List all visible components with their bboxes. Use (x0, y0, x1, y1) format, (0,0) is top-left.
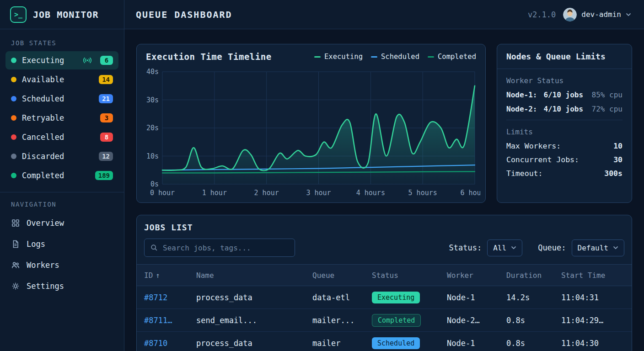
column-header-worker[interactable]: Worker (447, 271, 506, 280)
search-icon (150, 244, 158, 252)
limit-value: 300s (604, 169, 623, 178)
main-content: Execution Time Timeline Executing Schedu… (124, 29, 644, 351)
legend-swatch (428, 56, 434, 58)
limits-header: Limits (506, 128, 623, 136)
column-header-name[interactable]: Name (196, 271, 312, 280)
state-count-badge: 6 (100, 56, 113, 65)
state-dot (11, 154, 16, 159)
sidebar-item-executing[interactable]: Executing 6 (5, 51, 118, 69)
job-queue: mailer (312, 339, 372, 348)
limit-row: Max Workers: 10 (506, 142, 623, 150)
state-dot (11, 115, 16, 121)
nodes-card-header: Nodes & Queue Limits (497, 44, 632, 69)
job-name: send_email... (196, 316, 312, 325)
legend-label: Scheduled (381, 53, 419, 61)
timeline-card-header: Execution Time Timeline Executing Schedu… (137, 44, 485, 66)
logo-glyph: >_ (14, 11, 22, 19)
jobs-list-title: JOBS LIST (144, 223, 624, 232)
job-duration: 14.2s (506, 293, 561, 302)
worker-status-header: Worker Status (506, 76, 623, 85)
document-icon (11, 239, 20, 249)
state-label: Cancelled (22, 133, 95, 142)
column-header-status[interactable]: Status (372, 271, 447, 280)
jobs-controls: Status: All Queue: Default (137, 234, 632, 264)
state-dot (11, 96, 16, 101)
queue-filter-label: Queue: (538, 243, 566, 252)
legend-item-completed: Completed (428, 53, 476, 61)
column-header-queue[interactable]: Queue (312, 271, 372, 280)
job-status-cell: Executing (372, 292, 447, 303)
table-row[interactable]: #8710 process_data mailer Scheduled Node… (137, 332, 632, 351)
legend-swatch (371, 56, 377, 58)
sidebar-item-settings[interactable]: Settings (0, 276, 124, 297)
job-name: process_data (196, 293, 312, 302)
job-status-cell: Completed (372, 314, 447, 327)
sidebar: JOB STATES Executing 6 Available 14 Sche… (0, 29, 124, 351)
nav-label: Settings (27, 282, 64, 291)
job-id-link[interactable]: #8712 (144, 293, 196, 302)
people-icon (11, 261, 20, 270)
limit-row: Timeout: 300s (506, 169, 623, 178)
chevron-down-icon (511, 246, 516, 250)
job-duration: 0.8s (506, 316, 561, 325)
status-badge: Completed (372, 314, 421, 327)
nav-label: Overview (27, 218, 64, 228)
sidebar-item-retryable[interactable]: Retryable 3 (5, 109, 118, 127)
sidebar-item-overview[interactable]: Overview (0, 213, 124, 234)
column-header-id[interactable]: ID↑ (144, 271, 196, 280)
column-header-duration[interactable]: Duration (506, 271, 561, 280)
table-row[interactable]: #8712 process_data data-etl Executing No… (137, 286, 632, 309)
state-count-badge: 8 (100, 133, 113, 142)
node-status-row: Node-2: 4/10 jobs 72% cpu (506, 105, 623, 113)
status-filter-value: All (493, 244, 506, 252)
status-filter-label: Status: (449, 243, 482, 252)
node-cpu: 72% cpu (592, 105, 623, 113)
avatar[interactable] (563, 8, 577, 21)
jobs-card-header: JOBS LIST (137, 215, 632, 234)
job-states-header: JOB STATES (0, 39, 124, 47)
node-name: Node-2: (506, 105, 537, 113)
sidebar-item-completed[interactable]: Completed 189 (5, 166, 118, 185)
state-count-badge: 21 (99, 94, 113, 103)
column-header-start-time[interactable]: Start Time (561, 271, 632, 280)
node-jobs: 4/10 jobs (543, 105, 583, 113)
svg-text:0s: 0s (150, 180, 159, 188)
svg-text:40s: 40s (146, 68, 159, 76)
sidebar-item-scheduled[interactable]: Scheduled 21 (5, 90, 118, 108)
timeline-chart: 0s10s20s30s40s0 hour1 hour2 hour3 hour4 … (141, 66, 480, 200)
user-menu[interactable]: dev-admin (563, 8, 631, 21)
sidebar-item-cancelled[interactable]: Cancelled 8 (5, 128, 118, 146)
svg-text:5 hours: 5 hours (408, 189, 437, 197)
search-input[interactable] (163, 244, 289, 252)
limit-label: Concurrent Jobs: (506, 155, 579, 164)
status-badge: Scheduled (372, 337, 420, 349)
sidebar-item-workers[interactable]: Workers (0, 255, 124, 276)
sidebar-item-discarded[interactable]: Discarded 12 (5, 147, 118, 165)
grid-icon (11, 218, 20, 228)
svg-text:3 hour: 3 hour (306, 189, 331, 197)
status-badge: Executing (372, 292, 420, 303)
chevron-down-icon (626, 13, 631, 16)
job-start-time: 11:04:31 (561, 293, 632, 302)
queue-filter-select[interactable]: Default (572, 239, 624, 256)
chevron-down-icon (613, 246, 618, 250)
job-id-link[interactable]: #8711… (144, 316, 196, 325)
limit-label: Max Workers: (506, 142, 561, 150)
state-dot (11, 134, 16, 140)
legend-swatch (314, 56, 321, 58)
jobs-card: JOBS LIST Status: All Queue: (136, 215, 632, 351)
state-label: Retryable (22, 113, 95, 122)
nodes-card-body: Worker Status Node-1: 6/10 jobs 85% cpu … (497, 69, 632, 190)
job-id-link[interactable]: #8710 (144, 339, 196, 348)
limit-label: Timeout: (506, 169, 542, 178)
search-box[interactable] (144, 239, 295, 257)
sidebar-item-available[interactable]: Available 14 (5, 70, 118, 89)
sidebar-item-logs[interactable]: Logs (0, 234, 124, 255)
nodes-card: Nodes & Queue Limits Worker Status Node-… (497, 44, 632, 203)
state-dot (11, 173, 16, 178)
status-filter-select[interactable]: All (487, 239, 522, 256)
table-row[interactable]: #8711… send_email... mailer... Completed… (137, 309, 632, 332)
queue-filter-value: Default (578, 244, 608, 252)
state-dot (11, 77, 16, 82)
legend-label: Completed (438, 53, 476, 61)
